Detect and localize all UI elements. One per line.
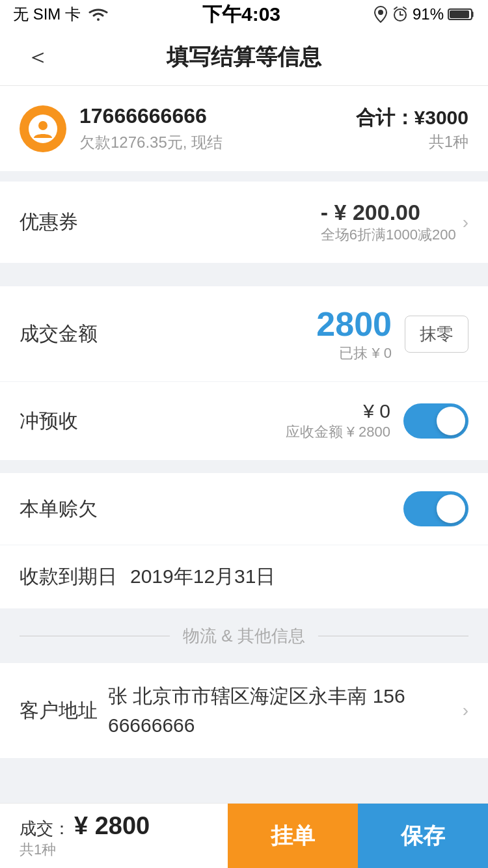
- prepayment-right: ¥ 0 应收金额 ¥ 2800: [286, 400, 468, 442]
- section-gap-2: [0, 460, 488, 473]
- arrear-label: 本单赊欠: [20, 496, 98, 522]
- prepayment-row: 冲预收 ¥ 0 应收金额 ¥ 2800: [0, 382, 488, 460]
- alarm-icon: [392, 5, 409, 23]
- arrear-toggle-knob: [437, 495, 465, 523]
- customer-phone: 17666666666: [79, 104, 223, 128]
- back-button[interactable]: ＜: [20, 34, 56, 79]
- prepayment-toggle[interactable]: [403, 403, 468, 439]
- due-date-value: 2019年12月31日: [130, 563, 275, 590]
- status-time: 下午4:03: [202, 1, 280, 28]
- prepayment-amount-col: ¥ 0 应收金额 ¥ 2800: [286, 400, 390, 442]
- bottom-count: 共1种: [20, 840, 208, 860]
- customer-debt: 欠款1276.35元, 现结: [79, 132, 223, 153]
- customer-right: 合计：¥3000 共1种: [356, 105, 468, 152]
- status-right: 91%: [373, 5, 475, 23]
- address-label: 客户地址: [20, 698, 98, 724]
- status-left: 无 SIM 卡: [13, 4, 109, 25]
- status-bar: 无 SIM 卡 下午4:03 91%: [0, 0, 488, 29]
- coupon-amount: - ¥ 200.00: [321, 200, 456, 225]
- logistics-line-left: [20, 636, 170, 636]
- address-chevron-icon: ›: [463, 700, 468, 721]
- sim-text: 无 SIM 卡: [13, 4, 81, 25]
- prepayment-toggle-knob: [437, 407, 465, 435]
- form-section-1: 成交金额 2800 已抹 ¥ 0 抹零 冲预收 ¥ 0 应收金额 ¥ 2800: [0, 286, 488, 460]
- svg-rect-3: [450, 10, 469, 18]
- customer-info: 17666666666 欠款1276.35元, 现结: [79, 104, 223, 153]
- section-gap-1: [0, 273, 488, 286]
- customer-left: 17666666666 欠款1276.35元, 现结: [20, 104, 223, 153]
- prepayment-receivable: 应收金额 ¥ 2800: [286, 422, 390, 442]
- location-icon: [373, 5, 388, 23]
- total-count: 共1种: [356, 131, 468, 152]
- due-date-label: 收款到期日: [20, 563, 117, 590]
- logistics-text: 物流 & 其他信息: [183, 625, 305, 647]
- coupon-label: 优惠券: [20, 209, 78, 236]
- prepayment-amount: ¥ 0: [286, 400, 390, 422]
- nav-bar: ＜ 填写结算等信息: [0, 29, 488, 86]
- transaction-row: 成交金额 2800 已抹 ¥ 0 抹零: [0, 286, 488, 382]
- prepayment-label: 冲预收: [20, 408, 78, 435]
- battery-icon: [448, 7, 475, 21]
- bottom-amount: ¥ 2800: [74, 812, 150, 840]
- wifi-icon: [87, 7, 109, 22]
- due-date-row: 收款到期日 2019年12月31日: [0, 545, 488, 609]
- transaction-right: 2800 已抹 ¥ 0 抹零: [316, 305, 468, 363]
- bottom-info: 成交： ¥ 2800 共1种: [0, 812, 228, 860]
- avatar-icon: [29, 115, 57, 143]
- transaction-sub: 已抹 ¥ 0: [316, 344, 392, 363]
- arrear-toggle[interactable]: [403, 491, 468, 526]
- round-button[interactable]: 抹零: [405, 316, 468, 353]
- bottom-bar: 成交： ¥ 2800 共1种 挂单 保存: [0, 803, 488, 868]
- address-value: 张 北京市市辖区海淀区永丰南 156 66666666: [108, 681, 452, 740]
- coupon-row[interactable]: 优惠券 - ¥ 200.00 全场6折满1000减200 ›: [0, 182, 488, 263]
- svg-point-0: [378, 10, 383, 15]
- coupon-detail: 全场6折满1000减200: [321, 225, 456, 245]
- address-row[interactable]: 客户地址 张 北京市市辖区海淀区永丰南 156 66666666 ›: [0, 663, 488, 758]
- customer-card: 17666666666 欠款1276.35元, 现结 合计：¥3000 共1种: [0, 86, 488, 171]
- coupon-right: - ¥ 200.00 全场6折满1000减200 ›: [321, 200, 468, 245]
- logistics-divider: 物流 & 其他信息: [0, 609, 488, 663]
- battery-percent: 91%: [413, 5, 444, 23]
- total-amount: 合计：¥3000: [356, 105, 468, 131]
- logistics-line-right: [318, 636, 468, 636]
- hang-button[interactable]: 挂单: [228, 804, 358, 869]
- svg-point-4: [38, 121, 47, 130]
- arrear-row: 本单赊欠: [0, 473, 488, 545]
- save-button[interactable]: 保存: [358, 804, 488, 869]
- avatar: [20, 105, 66, 152]
- coupon-chevron-icon: ›: [463, 212, 468, 233]
- bottom-transaction-label: 成交：: [20, 817, 70, 840]
- transaction-amount: 2800: [316, 305, 392, 344]
- page-title: 填写结算等信息: [167, 42, 321, 72]
- transaction-label: 成交金额: [20, 321, 98, 347]
